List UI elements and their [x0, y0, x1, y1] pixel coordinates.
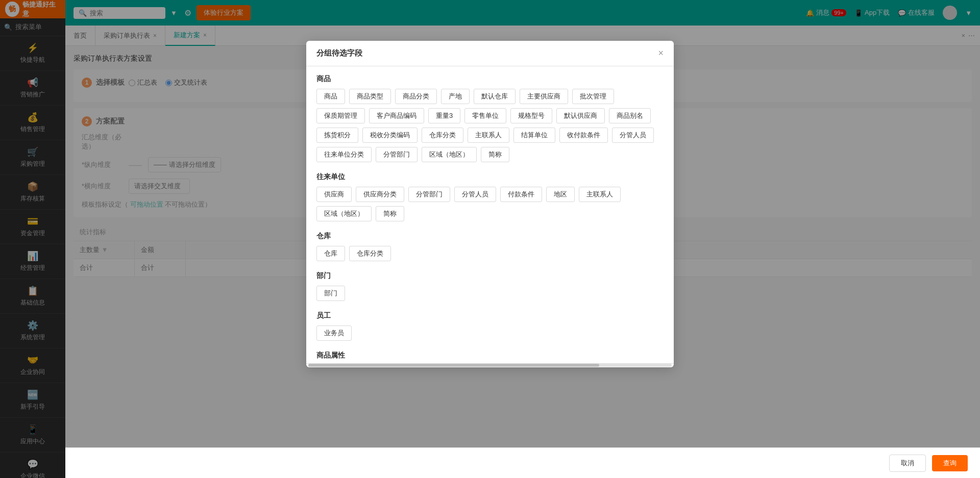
- field-chip[interactable]: 主联系人: [468, 128, 509, 143]
- modal-title: 分组待选字段: [316, 48, 362, 58]
- modal-close-button[interactable]: ×: [658, 48, 664, 59]
- field-chip[interactable]: 简称: [376, 206, 404, 221]
- field-chip[interactable]: 供应商: [316, 187, 352, 202]
- field-chip[interactable]: 分管部门: [376, 147, 418, 162]
- field-chip[interactable]: 产地: [441, 89, 470, 104]
- modal-body: 商品 商品 商品类型 商品分类 产地 默认仓库 主要供应商 批次管理 保质期管理…: [306, 66, 674, 363]
- field-chips-partner: 供应商 供应商分类 分管部门 分管人员 付款条件 地区 主联系人 区域（地区） …: [316, 187, 664, 221]
- field-chip[interactable]: 商品别名: [609, 108, 651, 123]
- field-group-warehouse: 仓库 仓库 仓库分类: [316, 232, 664, 261]
- field-chip[interactable]: 批次管理: [572, 89, 614, 104]
- field-group-employee-title: 员工: [316, 311, 664, 320]
- field-chip[interactable]: 分管部门: [408, 187, 450, 202]
- field-group-goods-title: 商品: [316, 74, 664, 84]
- field-group-department: 部门 部门: [316, 271, 664, 301]
- footer-bar: 取消 查询: [65, 447, 980, 478]
- field-chip[interactable]: 仓库分类: [349, 246, 391, 261]
- field-chip[interactable]: 收付款条件: [559, 128, 608, 143]
- field-chip[interactable]: 主联系人: [579, 187, 621, 202]
- field-chip[interactable]: 拣货积分: [316, 128, 358, 143]
- field-group-employee: 员工 业务员: [316, 311, 664, 341]
- field-selection-modal: 分组待选字段 × 商品 商品 商品类型 商品分类 产地 默认仓库 主要供应商 批…: [306, 41, 674, 367]
- field-group-product-attr-title: 商品属性: [316, 351, 664, 360]
- field-chip[interactable]: 仓库: [316, 246, 345, 261]
- field-chip[interactable]: 保质期管理: [316, 108, 365, 123]
- field-chip[interactable]: 区域（地区）: [422, 147, 477, 162]
- field-group-partner: 往来单位 供应商 供应商分类 分管部门 分管人员 付款条件 地区 主联系人 区域…: [316, 172, 664, 221]
- field-chip[interactable]: 区域（地区）: [316, 206, 372, 221]
- field-chip[interactable]: 部门: [316, 286, 345, 301]
- modal-horizontal-scrollbar[interactable]: [306, 363, 674, 367]
- field-group-product-attr: 商品属性 属性 颜色 多规格 尺码 鞋码 1: [316, 351, 664, 363]
- field-chip[interactable]: 商品: [316, 89, 345, 104]
- field-chip[interactable]: 规格型号: [510, 108, 552, 123]
- field-group-department-title: 部门: [316, 271, 664, 281]
- field-chip[interactable]: 简称: [481, 147, 509, 162]
- field-chip[interactable]: 供应商分类: [356, 187, 404, 202]
- field-chip[interactable]: 重量3: [428, 108, 460, 123]
- field-chip[interactable]: 商品分类: [395, 89, 437, 104]
- field-chips-department: 部门: [316, 286, 664, 301]
- cancel-button[interactable]: 取消: [889, 455, 926, 472]
- field-group-goods: 商品 商品 商品类型 商品分类 产地 默认仓库 主要供应商 批次管理 保质期管理…: [316, 74, 664, 162]
- field-chip[interactable]: 税收分类编码: [362, 128, 418, 143]
- field-chips-warehouse: 仓库 仓库分类: [316, 246, 664, 261]
- field-group-warehouse-title: 仓库: [316, 232, 664, 241]
- confirm-button[interactable]: 查询: [932, 455, 968, 471]
- field-chip[interactable]: 默认供应商: [556, 108, 605, 123]
- field-chips-goods: 商品 商品类型 商品分类 产地 默认仓库 主要供应商 批次管理 保质期管理 客户…: [316, 89, 664, 162]
- field-chip[interactable]: 付款条件: [500, 187, 542, 202]
- field-group-partner-title: 往来单位: [316, 172, 664, 182]
- field-chip[interactable]: 默认仓库: [474, 89, 516, 104]
- field-chip[interactable]: 地区: [546, 187, 575, 202]
- modal-header: 分组待选字段 ×: [306, 41, 674, 66]
- field-chip[interactable]: 主要供应商: [520, 89, 568, 104]
- field-chip[interactable]: 结算单位: [513, 128, 555, 143]
- field-chip[interactable]: 商品类型: [349, 89, 391, 104]
- field-chip[interactable]: 业务员: [316, 325, 352, 341]
- field-chip[interactable]: 分管人员: [454, 187, 496, 202]
- field-chip[interactable]: 客户商品编码: [369, 108, 424, 123]
- field-chip[interactable]: 往来单位分类: [316, 147, 372, 162]
- field-chip[interactable]: 零售单位: [464, 108, 506, 123]
- field-chip[interactable]: 仓库分类: [422, 128, 463, 143]
- field-chip[interactable]: 分管人员: [612, 128, 654, 143]
- field-chips-employee: 业务员: [316, 325, 664, 341]
